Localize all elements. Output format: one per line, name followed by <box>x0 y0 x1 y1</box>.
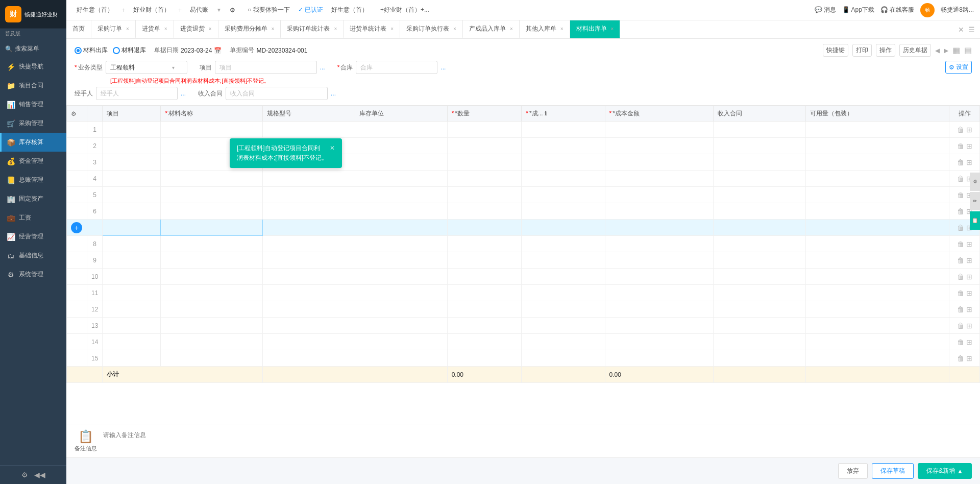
delete-icon-8[interactable]: 🗑 <box>957 240 964 248</box>
topbar-support[interactable]: 🎧 在线客服 <box>880 6 914 14</box>
topbar-nav-haoshengyi[interactable]: 好生意（首） <box>72 4 117 16</box>
calendar-icon[interactable]: 📅 <box>214 47 222 54</box>
tab-home[interactable]: 首页 <box>66 20 91 38</box>
copy-icon-3[interactable]: ⊞ <box>966 158 972 166</box>
row-unit-1[interactable] <box>355 122 447 138</box>
income-contract-more-link[interactable]: ... <box>331 90 336 97</box>
tab-purchase-stats[interactable]: 采购订单统计表× <box>281 20 344 38</box>
radio-material-return[interactable]: 材料退库 <box>113 46 146 55</box>
row-income-1[interactable] <box>714 122 806 138</box>
warehouse-input[interactable]: 合库 <box>356 61 437 74</box>
delete-icon-3[interactable]: 🗑 <box>957 158 964 166</box>
tooltip-close-btn[interactable]: ✕ <box>330 143 335 153</box>
tab-menu[interactable]: ☰ <box>967 25 976 35</box>
copy-icon-12[interactable]: ⊞ <box>966 305 972 313</box>
sidebar-item-search[interactable]: 🔍 搜索菜单 <box>0 40 66 57</box>
tab-close-goods-receipt[interactable]: × <box>164 26 167 32</box>
copy-icon-1[interactable]: ⊞ <box>966 126 972 134</box>
tab-other-receipt[interactable]: 其他入库单× <box>520 20 570 38</box>
topbar-message[interactable]: 💬 消息 <box>815 6 836 14</box>
sidebar-item-system[interactable]: ⚙ 系统管理 <box>0 265 66 284</box>
tab-purchase-expense[interactable]: 采购费用分摊单× <box>218 20 281 38</box>
project-more-link[interactable]: ... <box>320 64 325 71</box>
row-cost-1[interactable] <box>522 122 605 138</box>
history-btn[interactable]: 历史单据 <box>899 44 931 57</box>
tab-material-issue[interactable]: 材料出库单× <box>570 20 621 38</box>
delete-icon-7[interactable]: 🗑 <box>957 224 964 232</box>
topbar-trial[interactable]: ○ 我要体验一下 <box>243 4 294 16</box>
row-qty-1[interactable] <box>447 122 522 138</box>
save-draft-btn[interactable]: 保存草稿 <box>872 463 914 479</box>
copy-icon-2[interactable]: ⊞ <box>966 142 972 150</box>
copy-icon-8[interactable]: ⊞ <box>966 240 972 248</box>
shortcut-btn[interactable]: 快捷键 <box>823 44 848 57</box>
tab-close-purchase-expense[interactable]: × <box>272 26 275 32</box>
tab-finished-goods[interactable]: 产成品入库单× <box>463 20 520 38</box>
tab-goods-return[interactable]: 进货退货× <box>174 20 218 38</box>
delete-icon-2[interactable]: 🗑 <box>957 142 964 150</box>
view-grid-icon[interactable]: ▤ <box>964 45 972 55</box>
delete-icon-14[interactable]: 🗑 <box>957 338 964 346</box>
notes-input[interactable] <box>103 429 972 441</box>
tab-close-goods-stats[interactable]: × <box>390 26 394 32</box>
tab-purchase-order[interactable]: 采购订单× <box>91 20 136 38</box>
tab-close-purchase-stats[interactable]: × <box>334 26 337 32</box>
collapse-icon[interactable]: ◀◀ <box>34 471 45 479</box>
add-row-btn[interactable]: + <box>71 222 82 233</box>
sidebar-item-purchase[interactable]: 🛒 采购管理 <box>0 114 66 133</box>
copy-icon-13[interactable]: ⊞ <box>966 322 972 330</box>
delete-icon-4[interactable]: 🗑 <box>957 175 964 183</box>
tab-close-purchase-exec[interactable]: × <box>453 26 456 32</box>
copy-icon-15[interactable]: ⊞ <box>966 354 972 362</box>
print-btn[interactable]: 打印 <box>852 44 872 57</box>
discard-btn[interactable]: 放弃 <box>838 463 868 479</box>
sidebar-item-inventory[interactable]: 📦 库存核算 <box>0 133 66 152</box>
topbar-nav-yidaizhang[interactable]: 易代账 <box>186 4 212 16</box>
topbar-nav-hy3[interactable]: +好业财（首）+... <box>376 4 433 16</box>
copy-icon-11[interactable]: ⊞ <box>966 289 972 297</box>
settings-icon[interactable]: ⚙ <box>21 471 28 479</box>
radio-material-issue[interactable]: 材料出库 <box>75 46 108 55</box>
row-spec-1[interactable] <box>262 122 355 138</box>
delete-icon-12[interactable]: 🗑 <box>957 305 964 313</box>
tab-purchase-exec[interactable]: 采购订单执行表× <box>400 20 463 38</box>
row-available-1[interactable] <box>805 122 949 138</box>
delete-icon-9[interactable]: 🗑 <box>957 256 964 264</box>
right-action-3[interactable]: 📋 <box>970 211 980 230</box>
operation-btn[interactable]: 操作 <box>876 44 895 57</box>
save-new-dropdown-icon[interactable]: ▲ <box>957 468 963 475</box>
topbar-appdownload[interactable]: 📱 App下载 <box>842 6 874 14</box>
delete-icon-6[interactable]: 🗑 <box>957 207 964 215</box>
tab-goods-receipt[interactable]: 进货单× <box>136 20 174 38</box>
sidebar-item-ledger[interactable]: 📒 总账管理 <box>0 171 66 189</box>
sidebar-item-sales[interactable]: 📊 销售管理 <box>0 95 66 114</box>
income-contract-input[interactable]: 收入合同 <box>226 87 328 100</box>
row-project-1[interactable] <box>103 122 161 138</box>
sidebar-item-project[interactable]: 📁 项目合同 <box>0 76 66 95</box>
nav-prev[interactable]: ◀ <box>935 47 940 54</box>
manager-more-link[interactable]: ... <box>181 90 186 97</box>
tab-close-finished-goods[interactable]: × <box>510 26 513 32</box>
delete-icon-10[interactable]: 🗑 <box>957 273 964 281</box>
right-action-2[interactable]: ✏ <box>970 192 980 210</box>
project-input[interactable]: 项目 <box>215 61 317 74</box>
delete-icon-11[interactable]: 🗑 <box>957 289 964 297</box>
right-action-1[interactable]: ⚙ <box>970 173 980 191</box>
sidebar-item-payroll[interactable]: 💼 工资 <box>0 208 66 227</box>
tab-close-purchase-order[interactable]: × <box>126 26 129 32</box>
topbar-nav-hy2[interactable]: 好生意（首） <box>327 4 372 16</box>
save-new-btn[interactable]: 保存&新增 ▲ <box>918 463 972 479</box>
delete-icon-1[interactable]: 🗑 <box>957 126 964 134</box>
manager-input[interactable]: 经手人 <box>96 87 178 100</box>
col-settings[interactable]: ⚙ <box>67 106 87 122</box>
tab-close-material-issue[interactable]: × <box>611 26 614 32</box>
copy-icon-10[interactable]: ⊞ <box>966 273 972 281</box>
delete-icon-15[interactable]: 🗑 <box>957 354 964 362</box>
row-cost-amt-1[interactable] <box>605 122 713 138</box>
topbar-settings-icon[interactable]: ⚙ <box>226 5 239 16</box>
sidebar-item-operations[interactable]: 📈 经营管理 <box>0 227 66 246</box>
tab-close-other-receipt[interactable]: × <box>560 26 564 32</box>
topbar-nav-dropdown[interactable]: ▼ <box>216 7 222 13</box>
tab-goods-stats[interactable]: 进货单统计表× <box>344 20 400 38</box>
delete-icon-5[interactable]: 🗑 <box>957 191 964 199</box>
